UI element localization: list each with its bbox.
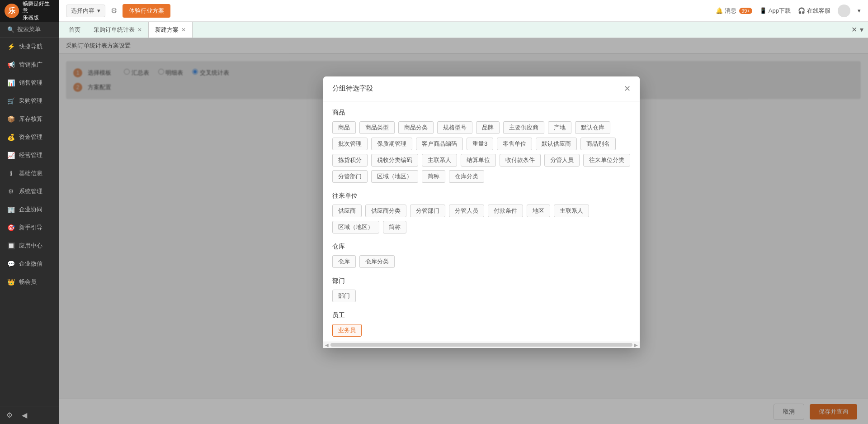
app-download[interactable]: 📱 App下载	[760, 7, 791, 15]
field-tag-dept-field[interactable]: 部门	[332, 290, 356, 302]
collapse-icon[interactable]: ◀	[22, 411, 27, 419]
sidebar-label: 营销推广	[19, 61, 42, 69]
field-tag-main-supplier[interactable]: 主要供应商	[503, 121, 544, 134]
employee-field-tags: 业务员	[332, 324, 631, 337]
field-tag-dept-mgmt[interactable]: 分管部门	[332, 170, 368, 183]
field-tag-area2[interactable]: 区域（地区）	[332, 221, 379, 233]
field-tag-default-warehouse[interactable]: 默认仓库	[575, 121, 610, 134]
search-icon: 🔍	[7, 26, 14, 33]
field-tag-goods-alias[interactable]: 商品别名	[580, 138, 616, 150]
field-tag-short2[interactable]: 简称	[383, 221, 406, 233]
field-tag-payment-cond[interactable]: 付款条件	[488, 205, 523, 217]
tab-close-new-plan[interactable]: ✕	[181, 27, 186, 33]
settings-icon[interactable]: ⚙	[6, 411, 13, 419]
field-tag-source-unit-cat[interactable]: 往来单位分类	[583, 154, 630, 167]
field-tag-retail-unit[interactable]: 零售单位	[497, 138, 532, 150]
field-tag-region-area[interactable]: 区域（地区）	[371, 170, 418, 183]
field-tag-wh[interactable]: 仓库	[332, 255, 356, 268]
sidebar-item-inventory[interactable]: 📦 库存核算	[0, 110, 59, 128]
finance-icon: 💰	[6, 133, 15, 142]
field-tag-dept[interactable]: 分管部门	[410, 205, 445, 217]
sidebar-item-sales[interactable]: 📊 销售管理	[0, 74, 59, 92]
close-all-icon[interactable]: ✕	[851, 25, 857, 34]
section-department-title: 部门	[332, 277, 631, 285]
newbie-icon: 🎯	[6, 223, 15, 232]
modal-title: 分组待选字段	[332, 84, 373, 93]
field-tag-weight3[interactable]: 重量3	[467, 138, 493, 150]
scroll-left-arrow[interactable]: ◀	[325, 343, 329, 348]
field-tag-main-contact[interactable]: 主联系人	[422, 154, 457, 167]
modal-footer-scrollbar[interactable]: ◀ ▶	[323, 342, 640, 348]
field-tag-spec-type[interactable]: 规格型号	[437, 121, 472, 134]
modal-body[interactable]: 商品 商品 商品类型 商品分类 规格型号 品牌 主要供应商 产地 默认仓库 批次…	[323, 101, 640, 342]
field-tag-expiry-mgmt[interactable]: 保质期管理	[371, 138, 412, 150]
tab-new-plan[interactable]: 新建方案 ✕	[149, 22, 193, 38]
warehouse-field-tags: 仓库 仓库分类	[332, 255, 631, 268]
field-tag-batch-mgmt[interactable]: 批次管理	[332, 138, 368, 150]
sidebar-label: 资金管理	[19, 133, 42, 141]
sidebar-item-enterprise[interactable]: 🏢 企业协同	[0, 200, 59, 219]
avatar[interactable]	[838, 5, 850, 17]
field-tag-warehouse-cat[interactable]: 仓库分类	[449, 170, 484, 183]
topbar: 选择内容 ▾ ⚙ 体验行业方案 🔔 消息 99+ 📱 App下载 🎧 在线客服 …	[59, 0, 868, 22]
sidebar-item-quick-nav[interactable]: ⚡ 快捷导航	[0, 38, 59, 56]
sidebar-item-newbie[interactable]: 🎯 新手引导	[0, 219, 59, 237]
sidebar-item-app-center[interactable]: 🔲 应用中心	[0, 237, 59, 255]
sidebar-item-operations[interactable]: 📈 经营管理	[0, 146, 59, 164]
search-label: 搜索菜单	[17, 25, 41, 33]
sidebar-item-marketing[interactable]: 📢 营销推广	[0, 56, 59, 74]
app-center-icon: 🔲	[6, 241, 15, 250]
tab-home[interactable]: 首页	[62, 22, 87, 38]
sidebar-item-wechat[interactable]: 💬 企业微信	[0, 255, 59, 273]
experience-btn[interactable]: 体验行业方案	[123, 4, 170, 18]
field-tag-payment-terms[interactable]: 收付款条件	[500, 154, 541, 167]
bell-icon: 🔔	[716, 7, 723, 14]
field-tag-default-supplier2[interactable]: 默认供应商	[536, 138, 577, 150]
tab-close-purchase[interactable]: ✕	[137, 27, 142, 33]
field-tag-supplier-cat[interactable]: 供应商分类	[365, 205, 406, 217]
field-tag-sales-rep[interactable]: 业务员	[332, 324, 362, 337]
field-tag-short-name[interactable]: 简称	[422, 170, 445, 183]
tab-menu-icon[interactable]: ▾	[860, 25, 863, 34]
sidebar-item-member[interactable]: 👑 畅会员	[0, 273, 59, 291]
chevron-down-icon-user[interactable]: ▾	[858, 7, 861, 14]
plan-select[interactable]: 选择内容 ▾	[66, 5, 105, 17]
field-tag-pickup-points[interactable]: 拣货积分	[332, 154, 368, 167]
purchase-icon: 🛒	[6, 96, 15, 105]
sidebar-item-system[interactable]: ⚙ 系统管理	[0, 182, 59, 200]
sidebar-item-purchase[interactable]: 🛒 采购管理	[0, 92, 59, 110]
field-tag-goods-name[interactable]: 商品	[332, 121, 356, 134]
modal-close-button[interactable]: ✕	[624, 84, 631, 94]
field-tag-area[interactable]: 地区	[527, 205, 550, 217]
sidebar-label: 销售管理	[19, 79, 42, 87]
horizontal-scroll-thumb[interactable]	[330, 343, 632, 347]
sidebar-search[interactable]: 🔍 搜索菜单	[0, 22, 59, 38]
field-tag-wh-cat[interactable]: 仓库分类	[359, 255, 395, 268]
field-tag-settlement-unit[interactable]: 结算单位	[461, 154, 496, 167]
settings-gear-icon[interactable]: ⚙	[111, 6, 117, 15]
sidebar-label: 新手引导	[19, 224, 42, 232]
field-tag-tax-code[interactable]: 税收分类编码	[371, 154, 418, 167]
notification-area[interactable]: 🔔 消息 99+	[716, 7, 752, 15]
scroll-right-arrow[interactable]: ▶	[634, 343, 638, 348]
field-tag-contact[interactable]: 主联系人	[554, 205, 589, 217]
modal-header: 分组待选字段 ✕	[323, 76, 640, 101]
tab-purchase-stats[interactable]: 采购订单统计表 ✕	[87, 22, 149, 38]
field-tag-customer-code[interactable]: 客户商品编码	[416, 138, 463, 150]
sidebar-label: 畅会员	[19, 278, 37, 286]
goods-field-tags: 商品 商品类型 商品分类 规格型号 品牌 主要供应商 产地 默认仓库 批次管理 …	[332, 121, 631, 183]
section-employee-title: 员工	[332, 311, 631, 319]
field-tag-dept-person[interactable]: 分管人员	[449, 205, 484, 217]
field-tag-goods-category[interactable]: 商品分类	[398, 121, 434, 134]
field-tag-goods-type[interactable]: 商品类型	[359, 121, 395, 134]
tab-new-plan-label: 新建方案	[155, 26, 179, 34]
section-department: 部门 部门	[332, 277, 631, 302]
online-support[interactable]: 🎧 在线客服	[798, 7, 830, 15]
partner-field-tags: 供应商 供应商分类 分管部门 分管人员 付款条件 地区 主联系人 区域（地区） …	[332, 205, 631, 233]
sidebar-item-finance[interactable]: 💰 资金管理	[0, 128, 59, 146]
sidebar-item-basic-info[interactable]: ℹ 基础信息	[0, 164, 59, 182]
field-tag-supplier[interactable]: 供应商	[332, 205, 362, 217]
field-tag-supervisor[interactable]: 分管人员	[544, 154, 580, 167]
field-tag-origin[interactable]: 产地	[548, 121, 571, 134]
field-tag-brand[interactable]: 品牌	[476, 121, 500, 134]
